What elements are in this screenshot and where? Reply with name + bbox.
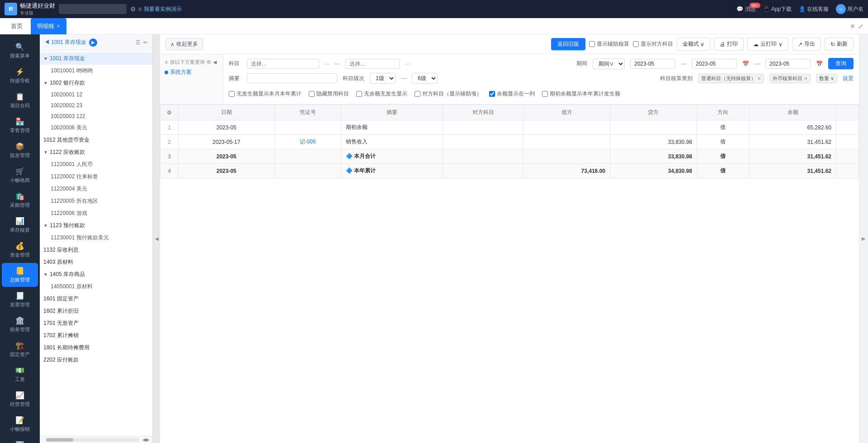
sidebar-item-capital[interactable]: 💰 资金管理	[2, 238, 38, 262]
subject-end-input[interactable]	[345, 59, 400, 69]
app-download-button[interactable]: 📱 App下载	[763, 5, 792, 13]
tree-item-11220002[interactable]: 11220002 往来标签	[40, 171, 152, 183]
sidebar-item-business[interactable]: 📈 经营管理	[2, 387, 38, 411]
tree-item-14050001[interactable]: 14050001 原材料	[40, 281, 152, 293]
sidebar-item-invoice[interactable]: 🧾 发票管理	[2, 288, 38, 312]
calendar-end-icon[interactable]: 📅	[816, 61, 823, 67]
navigate-next-button[interactable]: ▶	[89, 38, 97, 47]
tree-item-11220004[interactable]: 11220004 美元	[40, 183, 152, 195]
horizontal-scrollbar[interactable]	[46, 438, 139, 442]
period-end-input[interactable]	[692, 59, 737, 69]
add-account-icon[interactable]: ✏	[143, 39, 148, 46]
tab-ledger-close[interactable]: ✕	[57, 24, 60, 29]
scheme-collapse-icon[interactable]: ◀	[213, 59, 217, 65]
scheme-config-icon[interactable]: ⚙	[207, 59, 211, 65]
show-counter-checkbox[interactable]: 显示对方科目	[633, 40, 673, 48]
sidebar-item-purchase[interactable]: 🛍️ 采购管理	[2, 188, 38, 212]
tree-item-1123[interactable]: ▼ 1123 预付账款	[40, 219, 152, 232]
option-counter-subject[interactable]: 对方科目（显示辅助项）	[415, 90, 482, 98]
print-button[interactable]: 🖨 打印	[714, 38, 744, 51]
level-end-select[interactable]: 6级	[412, 73, 438, 84]
tree-item-1702[interactable]: 1702 累计摊销	[40, 329, 152, 342]
sidebar-item-fixed[interactable]: 🏗️ 固定资产	[2, 338, 38, 362]
option-balance-one-col[interactable]: 余额显示在一列	[489, 90, 535, 98]
tree-item-1601[interactable]: 1601 固定资产	[40, 293, 152, 305]
tree-item-1602[interactable]: 1602 累计折旧	[40, 305, 152, 317]
tree-item-10020001[interactable]: 10020001 12	[40, 89, 152, 100]
sidebar-item-wholesale[interactable]: 📦 批发管理	[2, 138, 38, 162]
tree-item-11220001[interactable]: 11220001 人民币	[40, 158, 152, 171]
sidebar-item-report[interactable]: 📝 小畅报销	[2, 412, 38, 436]
collapse-more-button[interactable]: ∧ 收起更多	[165, 38, 203, 50]
scroll-left-button[interactable]: ◀	[142, 437, 146, 442]
list-view-icon[interactable]: ☰	[136, 39, 141, 46]
right-collapse-panel[interactable]: ▶	[859, 34, 868, 443]
subject-input[interactable]	[247, 59, 319, 69]
option-no-occur[interactable]: 无发生额显示本月本年累计	[229, 90, 302, 98]
show-aux-checkbox[interactable]: 显示辅助核算	[589, 40, 629, 48]
user-area[interactable]: U 用户名	[836, 4, 863, 14]
side-collapse-button[interactable]: ◀	[153, 34, 160, 443]
tab-ledger[interactable]: 明细账 ✕	[31, 18, 66, 34]
tree-item-1122[interactable]: ▼ 1122 应收账款	[40, 146, 152, 158]
tree-item-11220006[interactable]: 11220006 游戏	[40, 207, 152, 219]
sidebar-item-project[interactable]: 📋 项目合同	[2, 89, 38, 113]
option-hide-disabled-input[interactable]	[309, 91, 315, 97]
tree-item-11220005[interactable]: 11220005 所在地区	[40, 195, 152, 207]
tree-item-2202[interactable]: 2202 应付账款	[40, 354, 152, 366]
option-period-accum-input[interactable]	[542, 91, 548, 97]
tree-item-10020002[interactable]: 10020002 23	[40, 100, 152, 111]
tree-item-1001[interactable]: ▼ 1001 库存现金	[40, 52, 152, 65]
table-gear-icon[interactable]: ⚙	[167, 110, 172, 116]
option-balance-one-col-input[interactable]	[489, 91, 495, 97]
tag-quantity-dropdown[interactable]: ∨	[830, 76, 834, 81]
sidebar-item-accounting[interactable]: 📒 总账管理	[2, 263, 38, 287]
settings-link[interactable]: 设置	[843, 75, 854, 82]
level-start-select[interactable]: 1级	[370, 73, 396, 84]
demo-link[interactable]: ⊙ 我要看实例演示	[138, 5, 182, 13]
option-no-balance-input[interactable]	[356, 91, 362, 97]
period-start-input[interactable]	[630, 59, 675, 69]
tree-item-10020003[interactable]: 10020003 122	[40, 111, 152, 122]
period-type-select[interactable]: 期间∨	[593, 58, 625, 69]
export-button[interactable]: ↗ 导出	[792, 38, 821, 51]
voucher-link-2[interactable]: 记-006	[300, 138, 316, 145]
tree-item-1701[interactable]: 1701 无形资产	[40, 317, 152, 329]
search-input[interactable]	[59, 4, 127, 14]
tag-foreign-close[interactable]: ✕	[804, 76, 807, 81]
sidebar-item-ecommerce[interactable]: 🛒 小畅电商	[2, 163, 38, 187]
tree-item-10010001[interactable]: 10010001 哟哟哟	[40, 65, 152, 77]
show-counter-input[interactable]	[633, 41, 639, 47]
summary-input[interactable]	[247, 73, 337, 83]
cloud-print-button[interactable]: ☁ 云打印 ∨	[747, 38, 788, 51]
sidebar-item-retail[interactable]: 🏪 零售管理	[2, 114, 38, 138]
show-aux-input[interactable]	[589, 41, 595, 47]
sidebar-item-tax[interactable]: 🏛️ 税务管理	[2, 313, 38, 337]
tree-item-1002[interactable]: ▼ 1002 银行存款	[40, 77, 152, 89]
message-button[interactable]: 💬 消息 99+	[736, 5, 756, 13]
option-counter-input[interactable]	[415, 91, 420, 97]
tree-item-1132[interactable]: 1132 应收利息	[40, 244, 152, 256]
expand-window-button[interactable]: ⤢	[858, 23, 863, 30]
option-hide-disabled[interactable]: 隐藏禁用科目	[309, 90, 349, 98]
online-service-button[interactable]: 👤 在线客服	[799, 5, 829, 13]
sidebar-item-inventory[interactable]: 📊 库存核算	[2, 213, 38, 237]
tree-item-1405[interactable]: ▼ 1405 库存商品	[40, 268, 152, 281]
tree-item-1403[interactable]: 1403 原材料	[40, 256, 152, 268]
option-period-accum[interactable]: 期初余额显示本年累计发生额	[542, 90, 620, 98]
query-button[interactable]: 查询	[828, 58, 854, 69]
amount-style-button[interactable]: 金额式 ∨	[677, 38, 710, 51]
scroll-right-button[interactable]: ▶	[146, 437, 150, 442]
tree-item-11230001[interactable]: 11230001 预付账款美元	[40, 232, 152, 244]
sidebar-item-salary[interactable]: 💵 工资	[2, 362, 38, 386]
calendar-start-icon[interactable]: 📅	[742, 61, 749, 67]
tree-item-1801[interactable]: 1801 长期待摊费用	[40, 342, 152, 354]
tab-home[interactable]: 首页	[5, 18, 29, 34]
option-no-occur-input[interactable]	[229, 91, 235, 97]
refresh-button[interactable]: ↻ 刷新	[825, 38, 854, 51]
sidebar-item-search[interactable]: 🔍 搜索菜单	[2, 39, 38, 63]
settings-icon[interactable]: ⚙	[130, 5, 136, 13]
sidebar-item-quick[interactable]: ⚡ 快捷导航	[2, 64, 38, 88]
system-scheme-link[interactable]: 系统方案	[165, 68, 218, 76]
tree-item-10020006[interactable]: 10020006 美元	[40, 122, 152, 134]
